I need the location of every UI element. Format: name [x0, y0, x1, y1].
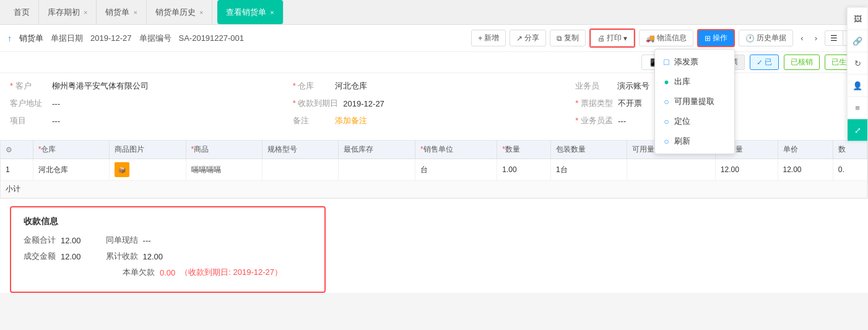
main-toolbar: ↑ 销货单 单据日期 2019-12-27 单据编号 SA-20191227-0… — [0, 25, 868, 52]
close-sales-tab[interactable]: × — [133, 9, 137, 16]
settings-icon[interactable]: ⚙ — [6, 145, 12, 154]
staff-label: 业务员 — [575, 80, 612, 92]
table-header: ⚙ *仓库 商品图片 *商品 规格型号 最低库存 *销售单位 *数量 包装数量 … — [1, 141, 867, 159]
doc-info: ↑ 销货单 单据日期 2019-12-27 单据编号 SA-20191227-0… — [7, 33, 471, 44]
project-label: 项目 — [10, 115, 47, 126]
payment-section: 收款信息 金额合计 12.00 同单现结 --- 成交金额 12.00 累计收款… — [10, 206, 326, 293]
col-warehouse: *仓库 — [33, 141, 109, 159]
print-icon: 🖨 — [597, 34, 605, 43]
amount-total-label: 金额合计 — [24, 235, 56, 246]
tab-home[interactable]: 首页 — [5, 0, 39, 24]
doc-type-icon: ↑ — [7, 33, 12, 43]
doc-number-value: SA-20191227-001 — [179, 33, 245, 43]
share-btn[interactable]: ↗ 分享 — [510, 30, 546, 46]
refresh-item[interactable]: ○ 刷新 — [655, 131, 734, 151]
close-inventory-tab[interactable]: × — [84, 9, 87, 16]
sidebar-img-btn[interactable]: 🖼 — [848, 8, 867, 30]
subtotal-label: 小计 — [1, 181, 867, 198]
add-invoice-item[interactable]: □ 添发票 — [655, 52, 734, 72]
row-image: 📦 — [110, 159, 186, 181]
note-label: 备注 — [293, 115, 330, 126]
add-btn[interactable]: + 新增 — [471, 30, 506, 46]
second-toolbar: 📱 来自手机 未开票 ✓ 已 已核销 已生效 — [0, 52, 868, 73]
row-count: 0. — [833, 159, 867, 181]
cumulative-label: 累计收款 — [106, 251, 138, 262]
copy-btn[interactable]: ⧉ 复制 — [550, 30, 586, 46]
history-btn[interactable]: 🕐 历史单据 — [739, 30, 793, 46]
row-product: 嗝嗝嗝嗝 — [186, 159, 262, 181]
outbound-icon: ● — [664, 77, 669, 87]
staff-value: 演示账号 — [617, 80, 649, 92]
product-table-wrapper: ⚙ *仓库 商品图片 *商品 规格型号 最低库存 *销售单位 *数量 包装数量 … — [0, 140, 868, 199]
close-view-sales-tab[interactable]: × — [270, 9, 274, 16]
warehouse-group: 仓库 河北仓库 — [293, 80, 576, 92]
col-pack-qty: 包装数量 — [550, 141, 627, 159]
project-group: 项目 --- — [10, 115, 293, 126]
subtotal-row: 小计 — [1, 181, 867, 198]
customer-label: 客户 — [10, 80, 47, 92]
col-unit-price: 单价 — [778, 141, 833, 159]
tab-sales[interactable]: 销货单 × — [97, 0, 146, 24]
amount-total-value: 12.00 — [61, 236, 81, 245]
staff2-label: 业务员孟 — [575, 115, 613, 126]
col-unit: *销售单位 — [415, 141, 497, 159]
warehouse-value: 河北仓库 — [335, 80, 367, 92]
history-icon: 🕐 — [745, 34, 755, 43]
print-btn[interactable]: 🖨 打印 ▾ — [591, 30, 634, 46]
next-nav-btn[interactable]: › — [811, 31, 821, 45]
confirmed-btn[interactable]: ✓ 已 — [750, 54, 779, 70]
row-current-stock: 12.00 — [715, 159, 778, 181]
operation-icon: ⊞ — [705, 34, 711, 43]
row-qty: 1.00 — [497, 159, 551, 181]
locate-icon: ○ — [664, 116, 669, 126]
col-spec: 规格型号 — [263, 141, 339, 159]
sidebar-link-btn[interactable]: 🔗 — [848, 30, 867, 53]
logistics-btn[interactable]: 🚚 物流信息 — [639, 30, 693, 46]
locate-item[interactable]: ○ 定位 — [655, 111, 734, 131]
sidebar-expand-btn[interactable]: ⤢ — [848, 119, 867, 141]
product-table: ⚙ *仓库 商品图片 *商品 规格型号 最低库存 *销售单位 *数量 包装数量 … — [1, 141, 867, 198]
extract-available-item[interactable]: ○ 可用量提取 — [655, 92, 734, 111]
refresh-icon: ○ — [664, 136, 669, 146]
doc-date-value: 2019-12-27 — [90, 33, 132, 43]
list-view-btn[interactable]: ☰ — [825, 31, 843, 45]
share-icon: ↗ — [516, 34, 523, 43]
tab-view-sales[interactable]: 查看销货单 × — [217, 0, 283, 24]
address-value: --- — [52, 99, 60, 108]
tab-history[interactable]: 销货单历史 × — [147, 0, 212, 24]
doc-number-label: 单据编号 — [139, 33, 171, 44]
check-icon: ✓ — [757, 58, 763, 67]
payment-row-1: 金额合计 12.00 同单现结 --- — [24, 235, 312, 246]
col-product: *商品 — [186, 141, 262, 159]
tab-inventory[interactable]: 库存期初 × — [39, 0, 97, 24]
payment-row-3: 本单欠款 0.00 （收款到期日: 2019-12-27） — [24, 267, 312, 278]
sidebar-user-btn[interactable]: 👤 — [848, 75, 867, 97]
form-area: 客户 柳州粤港平安气体有限公司 仓库 河北仓库 业务员 演示账号 客户地址 --… — [0, 73, 868, 140]
ticket-label: 票据类型 — [575, 98, 613, 109]
due-date-group: 收款到期日 2019-12-27 — [293, 98, 576, 109]
toolbar-actions: + 新增 ↗ 分享 ⧉ 复制 🖨 打印 ▾ 🚚 物流信息 — [471, 28, 861, 48]
add-icon: + — [478, 34, 482, 43]
close-history-tab[interactable]: × — [199, 9, 203, 16]
doc-title: 销货单 — [19, 33, 43, 44]
transaction-value: 12.00 — [61, 252, 81, 261]
add-note-btn[interactable]: 添加备注 — [335, 115, 367, 126]
col-image: 商品图片 — [110, 141, 186, 159]
sidebar-data-btn[interactable]: ≡ — [848, 97, 867, 119]
sidebar-refresh-btn[interactable]: ↻ — [848, 53, 867, 75]
outbound-item[interactable]: ● 出库 — [655, 72, 734, 92]
row-min-stock — [339, 159, 415, 181]
same-order-label: 同单现结 — [106, 235, 138, 246]
row-spec — [263, 159, 339, 181]
operation-btn[interactable]: ⊞ 操作 — [697, 29, 735, 47]
overdue-note: （收款到期日: 2019-12-27） — [180, 267, 282, 278]
prev-nav-btn[interactable]: ‹ — [797, 31, 807, 45]
verified-badge[interactable]: 已核销 — [784, 54, 820, 70]
address-label: 客户地址 — [10, 98, 47, 109]
transaction-label: 成交金额 — [24, 251, 56, 262]
row-pack-qty: 1台 — [550, 159, 627, 181]
copy-icon: ⧉ — [557, 34, 562, 43]
invoice-icon: □ — [664, 57, 669, 67]
amount-total-item: 金额合计 12.00 — [24, 235, 81, 246]
project-value: --- — [52, 116, 60, 126]
